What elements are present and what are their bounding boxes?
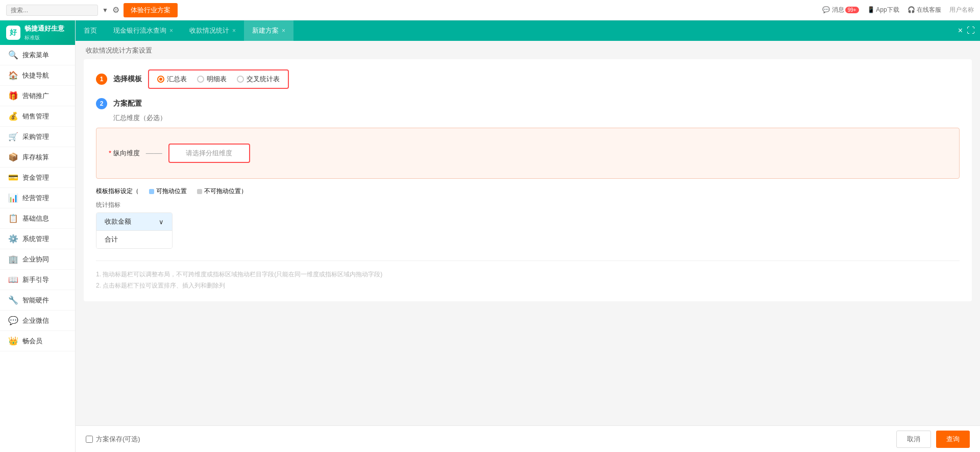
username: 用户名称 [949,6,974,14]
sidebar-item-label: 企业微信 [22,316,49,325]
radio-summary[interactable]: 汇总表 [157,75,187,84]
step1-badge: 1 [96,74,107,85]
query-button[interactable]: 查询 [936,431,970,448]
draggable-dot [149,189,154,194]
sidebar-item-label: 营销推广 [22,91,49,101]
radio-cross-label: 交叉统计表 [247,75,280,84]
search-menu-icon: 🔍 [8,50,18,60]
tab-bank-close[interactable]: × [169,27,173,34]
col-dropdown-icon[interactable]: ∨ [159,218,164,226]
sidebar-item-enterprise[interactable]: 🏢 企业协同 [0,249,75,270]
sidebar-item-basic[interactable]: 📋 基础信息 [0,208,75,229]
breadcrumb: 收款情况统计方案设置 [76,41,980,59]
service-item[interactable]: 🎧 在线客服 [908,6,941,14]
sidebar-item-label: 系统管理 [22,234,49,244]
step1-row: 1 选择模板 汇总表 明细表 交叉统计表 [96,69,960,89]
vertical-dim-label: * 纵向维度 [109,149,140,158]
indicator-table-header: 收款金额 ∨ [96,213,172,230]
summary-dim-label: 汇总维度（必选） [113,113,960,123]
inventory-icon: 📦 [8,152,18,162]
col-header-label: 收款金额 [105,217,131,226]
system-icon: ⚙️ [8,234,18,244]
industry-btn[interactable]: 体验行业方案 [124,3,178,17]
top-bar-dropdown[interactable]: ▼ [102,7,108,14]
tab-new-plan-label: 新建方案 [252,26,279,35]
sidebar-item-search-menu[interactable]: 🔍 搜索菜单 [0,45,75,65]
search-input[interactable] [6,5,98,16]
top-bar-right: 💬 消息99+ 📱 App下载 🎧 在线客服 用户名称 [822,6,974,14]
tab-bank[interactable]: 现金银行流水查询 × [105,20,181,41]
tab-collection[interactable]: 收款情况统计 × [181,20,244,41]
tab-collection-close[interactable]: × [232,27,236,34]
template-radio-group: 汇总表 明细表 交叉统计表 [148,69,289,89]
sidebar-item-sales[interactable]: 💰 销售管理 [0,106,75,127]
non-draggable-dot [197,189,202,194]
marketing-icon: 🎁 [8,91,18,101]
tab-new-plan[interactable]: 新建方案 × [244,20,293,41]
sidebar-item-finance[interactable]: 💳 资金管理 [0,168,75,188]
sidebar-item-quick-nav[interactable]: 🏠 快捷导航 [0,65,75,86]
sidebar-item-label: 采购管理 [22,132,49,141]
non-draggable-label: 不可拖动位置） [204,187,247,196]
save-checkbox-row: 方案保存(可选) [86,435,140,444]
non-draggable-tag: 不可拖动位置） [197,187,247,196]
quick-nav-icon: 🏠 [8,70,18,80]
operation-icon: 📊 [8,193,18,203]
sidebar-item-label: 基础信息 [22,214,49,223]
msg-badge: 99+ [845,7,859,13]
gear-icon[interactable]: ⚙ [112,5,119,15]
sidebar-item-label: 库存核算 [22,153,49,162]
save-checkbox[interactable] [86,436,93,443]
logo-badge: 标准版 [24,34,64,41]
indicator-setting-label: 模板指标设定（ [96,187,139,196]
purchase-icon: 🛒 [8,132,18,141]
sidebar-item-marketing[interactable]: 🎁 营销推广 [0,86,75,106]
page-content: 收款情况统计方案设置 1 选择模板 汇总表 明细表 [76,41,980,425]
guide-icon: 📖 [8,275,18,284]
tips-section: 1. 拖动标题栏可以调整布局，不可跨维度或指标区域拖动栏目字段(只能在同一维度或… [96,260,960,291]
tip1: 1. 拖动标题栏可以调整布局，不可跨维度或指标区域拖动栏目字段(只能在同一维度或… [96,269,960,280]
basic-icon: 📋 [8,213,18,223]
wechat-icon: 💬 [8,316,18,325]
sidebar-item-inventory[interactable]: 📦 库存核算 [0,147,75,168]
tab-home[interactable]: 首页 [76,20,105,41]
sidebar-item-hardware[interactable]: 🔧 智能硬件 [0,290,75,311]
sidebar-item-purchase[interactable]: 🛒 采购管理 [0,127,75,147]
sidebar-item-label: 资金管理 [22,173,49,182]
dimension-select[interactable]: 请选择分组维度 [168,144,250,163]
tab-bar-end: × ⛶ [958,20,980,41]
step1-title: 选择模板 [113,75,142,84]
sidebar-item-member[interactable]: 👑 畅会员 [0,331,75,351]
member-icon: 👑 [8,336,18,346]
radio-cross[interactable]: 交叉统计表 [237,75,280,84]
sidebar-item-guide[interactable]: 📖 新手引导 [0,270,75,290]
bottom-bar: 方案保存(可选) 取消 查询 [76,425,980,452]
logo-title: 畅捷通好生意 [24,24,64,33]
tab-new-plan-close[interactable]: × [282,27,285,34]
sidebar-item-operation[interactable]: 📊 经营管理 [0,188,75,208]
msg-item[interactable]: 💬 消息99+ [822,6,859,14]
sidebar-item-label: 智能硬件 [22,296,49,305]
dimension-row: * 纵向维度 —— 请选择分组维度 [109,144,250,163]
radio-summary-circle [157,76,164,83]
main-layout: 好 畅捷通好生意 标准版 🔍 搜索菜单 🏠 快捷导航 🎁 营销推广 💰 销售管理… [0,20,980,452]
dimension-area: * 纵向维度 —— 请选择分组维度 [96,128,960,179]
sidebar-item-system[interactable]: ⚙️ 系统管理 [0,229,75,249]
draggable-label: 可拖动位置 [156,187,187,196]
hardware-icon: 🔧 [8,295,18,305]
radio-detail-circle [197,76,204,83]
tab-home-label: 首页 [84,26,97,35]
sidebar-logo: 好 畅捷通好生意 标准版 [0,20,75,45]
form-card: 1 选择模板 汇总表 明细表 交叉统计表 [84,59,972,301]
download-item[interactable]: 📱 App下载 [867,6,899,14]
tab-expand[interactable]: ⛶ [967,26,975,35]
tab-close-all[interactable]: × [958,26,963,35]
top-bar: ▼ ⚙ 体验行业方案 💬 消息99+ 📱 App下载 🎧 在线客服 用户名称 [0,0,980,20]
radio-cross-circle [237,76,244,83]
cancel-button[interactable]: 取消 [896,431,931,448]
indicator-table: 收款金额 ∨ 合计 [96,212,173,249]
dimension-arrow: —— [146,149,162,158]
sidebar-item-wechat[interactable]: 💬 企业微信 [0,311,75,331]
radio-detail[interactable]: 明细表 [197,75,227,84]
tab-bar: 首页 现金银行流水查询 × 收款情况统计 × 新建方案 × × ⛶ [76,20,980,41]
